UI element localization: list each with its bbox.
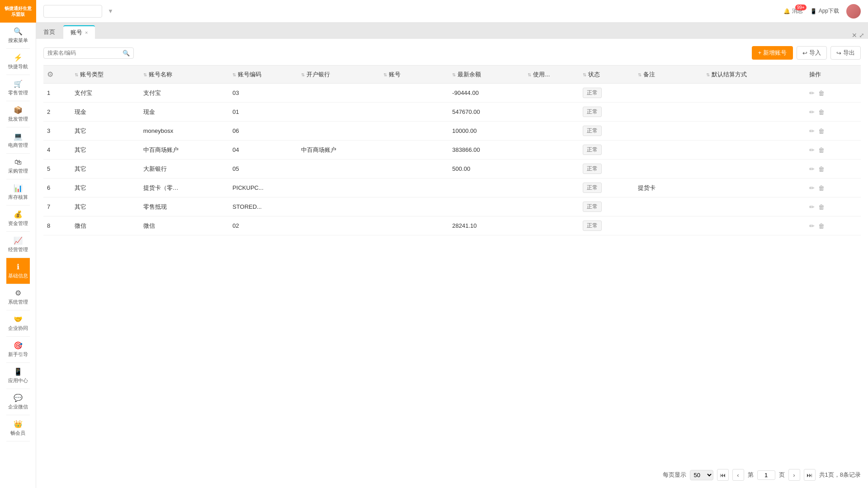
sidebar-item-1[interactable]: ⚡快捷导航 — [6, 49, 30, 75]
cell-num-3: 4 — [43, 141, 71, 160]
app-logo: 畅捷通好生意 乐盟版 — [0, 0, 36, 23]
cell-num-5: 6 — [43, 178, 71, 197]
search-icon[interactable]: 🔍 — [123, 50, 130, 56]
sidebar-icon-13: 📱 — [14, 367, 23, 376]
tab-home[interactable]: 首页 — [36, 25, 62, 39]
add-account-button[interactable]: + 新增账号 — [752, 46, 793, 60]
messages-button[interactable]: 🔔 消息 99+ — [783, 7, 803, 15]
edit-icon-4[interactable]: ✏ — [809, 165, 815, 173]
delete-icon-5[interactable]: 🗑 — [818, 184, 825, 192]
sort-icon-account: ⇅ — [383, 72, 387, 77]
expand-tab-ctrl-button[interactable]: ⤢ — [859, 32, 864, 39]
prev-page-button[interactable]: ‹ — [732, 469, 744, 481]
col-header-type[interactable]: ⇅账号类型 — [71, 66, 140, 84]
next-page-button[interactable]: › — [788, 469, 800, 481]
cell-name-7: 微信 — [140, 216, 229, 235]
app-download-button[interactable]: 📱 App下载 — [810, 7, 839, 15]
edit-icon-2[interactable]: ✏ — [809, 127, 815, 135]
sidebar-item-11[interactable]: 🤝企业协同 — [6, 310, 30, 337]
cell-remark-3 — [634, 141, 703, 160]
sidebar-item-8[interactable]: 📈经营管理 — [6, 232, 30, 258]
sidebar-item-3[interactable]: 📦批发管理 — [6, 101, 30, 127]
sidebar-label-4: 电商管理 — [8, 142, 28, 149]
table-row: 7 其它 零售抵现 STORED... 正常 ✏ 🗑 — [43, 197, 861, 216]
edit-icon-5[interactable]: ✏ — [809, 184, 815, 192]
cell-num-7: 8 — [43, 216, 71, 235]
account-search-input[interactable] — [47, 50, 123, 56]
sidebar-label-2: 零售管理 — [8, 89, 28, 96]
page-number-input[interactable] — [757, 470, 775, 480]
delete-icon-7[interactable]: 🗑 — [818, 222, 825, 230]
col-header-account[interactable]: ⇅账号 — [380, 66, 448, 84]
top-search-input[interactable] — [43, 5, 102, 18]
edit-icon-7[interactable]: ✏ — [809, 222, 815, 230]
edit-icon-6[interactable]: ✏ — [809, 203, 815, 211]
delete-icon-4[interactable]: 🗑 — [818, 165, 825, 173]
col-header-bank[interactable]: ⇅开户银行 — [297, 66, 380, 84]
settings-icon[interactable]: ⚙ — [47, 70, 53, 78]
cell-remark-7 — [634, 216, 703, 235]
cell-default-0 — [703, 84, 806, 103]
col-settings[interactable]: ⚙ — [43, 66, 71, 84]
edit-icon-1[interactable]: ✏ — [809, 108, 815, 116]
cell-account-3 — [380, 141, 448, 160]
sidebar-item-12[interactable]: 🎯新手引导 — [6, 337, 30, 363]
col-header-balance[interactable]: ⇅最新余额 — [448, 66, 524, 84]
tab-close-icon[interactable]: × — [85, 30, 88, 35]
sidebar-icon-3: 📦 — [14, 106, 23, 114]
sidebar-item-5[interactable]: 🛍采购管理 — [6, 154, 30, 179]
last-page-button[interactable]: ⏭ — [804, 469, 816, 481]
tab-bar-controls: ✕ ⤢ — [852, 32, 868, 39]
cell-remark-2 — [634, 122, 703, 141]
sidebar-item-13[interactable]: 📱应用中心 — [6, 363, 30, 389]
dropdown-chevron-icon[interactable]: ▼ — [108, 8, 113, 14]
sidebar-item-4[interactable]: 💻电商管理 — [6, 127, 30, 154]
sidebar-item-15[interactable]: 👑畅会员 — [6, 415, 30, 441]
cell-code-5: PICKUPC... — [229, 178, 297, 197]
sidebar-item-14[interactable]: 💬企业微信 — [6, 389, 30, 415]
sidebar-label-5: 采购管理 — [8, 168, 28, 174]
first-page-button[interactable]: ⏮ — [717, 469, 729, 481]
cell-type-0: 支付宝 — [71, 84, 140, 103]
cell-use-3 — [524, 141, 579, 160]
sidebar-item-0[interactable]: 🔍搜索菜单 — [6, 23, 30, 49]
edit-icon-3[interactable]: ✏ — [809, 146, 815, 154]
user-avatar[interactable] — [846, 4, 861, 19]
sidebar-item-10[interactable]: ⚙系统管理 — [6, 284, 30, 310]
pagination: 每页显示 50 100 ⏮ ‹ 第 页 › ⏭ 共1页，8条记录 — [43, 464, 861, 481]
export-button[interactable]: ↪ 导出 — [830, 46, 861, 60]
delete-icon-0[interactable]: 🗑 — [818, 89, 825, 97]
cell-default-7 — [703, 216, 806, 235]
delete-icon-1[interactable]: 🗑 — [818, 108, 825, 116]
col-header-default[interactable]: ⇅默认结算方式 — [703, 66, 806, 84]
sidebar-label-12: 新手引导 — [8, 351, 28, 358]
col-header-use[interactable]: ⇅使用... — [524, 66, 579, 84]
sidebar-item-7[interactable]: 💰资金管理 — [6, 206, 30, 232]
delete-icon-2[interactable]: 🗑 — [818, 127, 825, 135]
col-header-status[interactable]: ⇅状态 — [579, 66, 634, 84]
accounts-table: ⚙ ⇅账号类型 ⇅账号名称 ⇅账号编码 ⇅开户银行 — [43, 65, 861, 235]
sidebar-label-13: 应用中心 — [8, 377, 28, 384]
edit-icon-0[interactable]: ✏ — [809, 89, 815, 97]
sort-icon-balance: ⇅ — [452, 72, 456, 77]
table-row: 4 其它 中百商场账户 04 中百商场账户 383866.00 正常 ✏ 🗑 — [43, 141, 861, 160]
logo-text: 畅捷通好生意 乐盟版 — [5, 5, 32, 17]
col-header-code[interactable]: ⇅账号编码 — [229, 66, 297, 84]
sidebar-label-15: 畅会员 — [10, 430, 25, 436]
cell-code-7: 02 — [229, 216, 297, 235]
sidebar-item-9[interactable]: ℹ基础信息 — [6, 258, 30, 284]
sidebar-label-8: 经营管理 — [8, 246, 28, 253]
col-header-remark[interactable]: ⇅备注 — [634, 66, 703, 84]
close-tab-ctrl-button[interactable]: ✕ — [852, 32, 857, 39]
tab-account[interactable]: 账号 × — [63, 25, 95, 39]
sort-icon-name: ⇅ — [143, 72, 147, 77]
sidebar-item-6[interactable]: 📊库存核算 — [6, 179, 30, 206]
per-page-select[interactable]: 50 100 — [690, 470, 713, 480]
delete-icon-6[interactable]: 🗑 — [818, 203, 825, 211]
col-header-name[interactable]: ⇅账号名称 — [140, 66, 229, 84]
sidebar-item-2[interactable]: 🛒零售管理 — [6, 75, 30, 101]
cell-use-0 — [524, 84, 579, 103]
import-button[interactable]: ↩ 导入 — [797, 46, 827, 60]
sidebar-label-11: 企业协同 — [8, 325, 28, 332]
delete-icon-3[interactable]: 🗑 — [818, 146, 825, 154]
